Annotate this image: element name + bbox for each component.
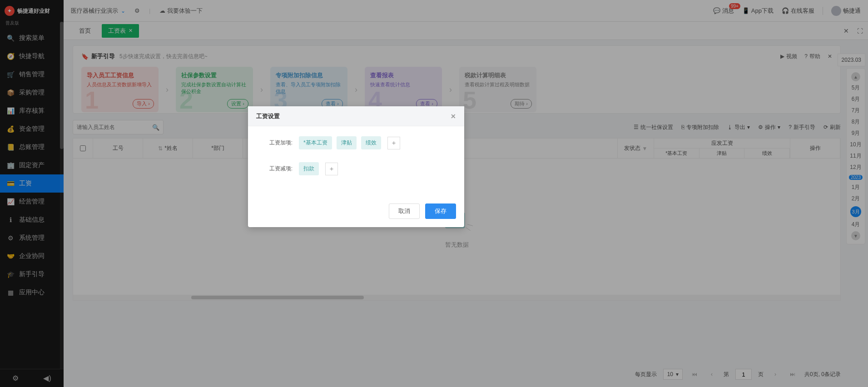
addition-tag[interactable]: *基本工资 bbox=[299, 136, 332, 149]
addition-tag[interactable]: 绩效 bbox=[361, 136, 381, 149]
add-deduction-item-button[interactable]: ＋ bbox=[325, 163, 338, 175]
deduction-tag[interactable]: 扣款 bbox=[299, 162, 319, 175]
cancel-button[interactable]: 取消 bbox=[389, 203, 420, 219]
add-items-label: 工资加项: bbox=[261, 139, 293, 147]
sub-items-label: 工资减项: bbox=[261, 165, 293, 173]
addition-tag[interactable]: 津贴 bbox=[337, 136, 357, 149]
save-button[interactable]: 保存 bbox=[425, 203, 456, 219]
add-addition-item-button[interactable]: ＋ bbox=[387, 137, 400, 149]
modal-close-icon[interactable]: ✕ bbox=[451, 113, 456, 120]
modal-title: 工资设置 bbox=[256, 112, 280, 120]
salary-settings-modal: 工资设置 ✕ 工资加项: *基本工资津贴绩效 ＋ 工资减项: 扣款 ＋ 取消 保… bbox=[248, 106, 464, 227]
